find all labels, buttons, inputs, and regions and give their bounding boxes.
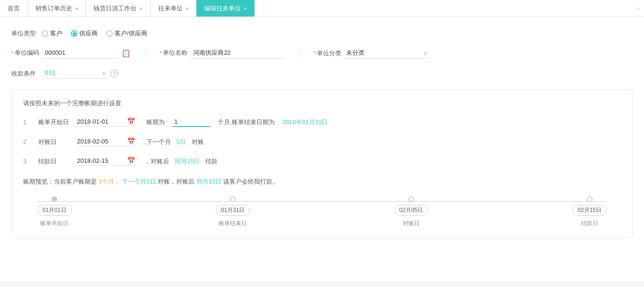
row-1-num: 1 bbox=[23, 118, 33, 126]
tl-badge-4: 02月15日 bbox=[572, 205, 607, 216]
preview-part3: 对账，对账后 bbox=[158, 178, 195, 185]
payment-cond-row: 收款条件 月结 ∨ ? bbox=[11, 68, 633, 79]
tab-home-label: 首页 bbox=[8, 4, 20, 13]
row-2-date-wrap: 📅 bbox=[77, 137, 135, 146]
page-content: 单位类型 客户 供应商 客户/供应商 * 单位编码 📋 bbox=[0, 17, 644, 281]
tl-dot-2 bbox=[230, 196, 236, 202]
tab-sales-history-close[interactable]: × bbox=[75, 6, 78, 11]
tab-sales-history[interactable]: 销售订单历史 × bbox=[28, 0, 86, 17]
row-2-suffix-num: 5日 bbox=[177, 138, 186, 146]
timeline-dots: 01月01日 账单开始日 01月31日 账单结束日 02月05日 对账日 bbox=[37, 196, 607, 228]
tab-home[interactable]: 首页 bbox=[0, 0, 28, 17]
row-2-calendar-icon[interactable]: 📅 bbox=[127, 137, 135, 145]
radio-customer-circle bbox=[42, 30, 48, 37]
row-3-date-input[interactable] bbox=[77, 157, 124, 164]
tl-dot-1 bbox=[51, 196, 57, 202]
row-1-date-wrap: 📅 bbox=[77, 118, 135, 127]
unit-name-input[interactable] bbox=[190, 47, 285, 59]
tab-partner[interactable]: 往来单位 × bbox=[151, 0, 196, 17]
row-3-calendar-icon[interactable]: 📅 bbox=[127, 157, 135, 164]
payment-cond-label: 收款条件 bbox=[11, 69, 36, 78]
row-2-suffix-post: 对账 bbox=[192, 138, 204, 146]
tab-cash-work-label: 钱货日清工作台 bbox=[93, 4, 136, 13]
tl-point-2: 01月31日 账单结束日 bbox=[216, 196, 250, 228]
unit-code-input[interactable] bbox=[42, 47, 118, 59]
fields-row: * 单位编码 📋 * 单位名称 * 单位分类 未分类 ∨ bbox=[11, 47, 633, 59]
preview-part5: 该客户会给我打款。 bbox=[223, 178, 279, 185]
tl-dot-3 bbox=[408, 196, 414, 202]
field-divider-1 bbox=[145, 50, 145, 59]
section-title: 请按照未来的一个完整帐期进行设置 bbox=[23, 99, 621, 108]
tab-cash-work[interactable]: 钱货日清工作台 × bbox=[86, 0, 150, 17]
timeline-container: 01月01日 账单开始日 01月31日 账单结束日 02月05日 对账日 bbox=[23, 196, 621, 228]
row-2-num: 2 bbox=[23, 138, 33, 145]
field-divider-2 bbox=[299, 50, 299, 59]
chevron-down-icon: ∨ bbox=[424, 50, 427, 56]
preview-part2: 下一个月5日 bbox=[122, 178, 156, 185]
row-1-end-date: 2018年01月31日 bbox=[282, 118, 328, 127]
radio-group: 客户 供应商 客户/供应商 bbox=[42, 29, 147, 38]
preview-label: 账期预览：当前客户账期是 bbox=[23, 178, 97, 185]
row-1-calendar-icon[interactable]: 📅 bbox=[127, 118, 135, 125]
grid-row-3: 3 结款日 📅 ，对账后 同月15日 结款 bbox=[23, 157, 621, 166]
unit-code-star: * bbox=[11, 50, 14, 57]
tl-dot-4 bbox=[587, 196, 593, 202]
tab-partner-label: 往来单位 bbox=[158, 4, 183, 13]
tl-point-3: 02月05日 对账日 bbox=[394, 196, 429, 228]
question-icon[interactable]: ? bbox=[110, 70, 118, 77]
row-1-date-input[interactable] bbox=[77, 118, 124, 125]
tl-sublabel-1: 账单开始日 bbox=[40, 219, 68, 228]
payment-cond-select[interactable]: 月结 ∨ bbox=[42, 68, 108, 79]
radio-customer-label: 客户 bbox=[50, 29, 62, 38]
tab-edit-partner[interactable]: 编辑往来单位 × bbox=[196, 0, 254, 17]
tabs-bar: 首页 销售订单历史 × 钱货日清工作台 × 往来单位 × 编辑往来单位 × › bbox=[0, 0, 644, 17]
paste-icon[interactable]: 📋 bbox=[121, 49, 131, 58]
unit-category-select[interactable]: 未分类 ∨ bbox=[344, 48, 429, 59]
unit-type-label: 单位类型 bbox=[11, 29, 36, 38]
tab-partner-close[interactable]: × bbox=[186, 6, 188, 11]
row-2-label: 对账日 bbox=[38, 138, 71, 146]
radio-both[interactable]: 客户/供应商 bbox=[106, 29, 147, 38]
unit-category-star: * bbox=[314, 50, 316, 57]
unit-code-field: * 单位编码 📋 bbox=[11, 47, 131, 59]
row-3-suffix-num: 同月15日 bbox=[175, 157, 200, 166]
unit-category-value: 未分类 bbox=[346, 49, 422, 57]
tab-edit-partner-label: 编辑往来单位 bbox=[204, 4, 241, 13]
tl-badge-1: 01月01日 bbox=[37, 205, 72, 216]
tl-sublabel-3: 对账日 bbox=[403, 219, 420, 228]
tabs-right-arrow[interactable]: › bbox=[633, 0, 644, 17]
radio-both-label: 客户/供应商 bbox=[115, 29, 147, 38]
radio-supplier-label: 供应商 bbox=[79, 29, 98, 38]
radio-customer[interactable]: 客户 bbox=[42, 29, 62, 38]
row-3-suffix-post: 结款 bbox=[205, 157, 218, 166]
tl-badge-3: 02月05日 bbox=[394, 205, 429, 216]
tab-sales-history-label: 销售订单历史 bbox=[35, 4, 72, 13]
row-3-date-wrap: 📅 bbox=[77, 157, 135, 166]
row-3-suffix-pre: ，对账后 bbox=[144, 157, 169, 166]
row-1-period-unit: 个月,账单结束日期为 bbox=[218, 118, 275, 127]
row-2-suffix-pre: ,下一个月 bbox=[144, 138, 171, 146]
row-1-period-input[interactable] bbox=[172, 117, 210, 127]
unit-name-star: * bbox=[160, 50, 162, 57]
tab-cash-work-close[interactable]: × bbox=[139, 6, 142, 11]
section-box: 请按照未来的一个完整帐期进行设置 1 账单开始日 📅 账期为 个月,账单结束日期… bbox=[11, 89, 633, 237]
unit-type-row: 单位类型 客户 供应商 客户/供应商 bbox=[11, 29, 633, 38]
tab-edit-partner-close[interactable]: × bbox=[244, 6, 246, 11]
payment-cond-value: 月结 bbox=[43, 69, 100, 77]
unit-name-field: * 单位名称 bbox=[160, 47, 285, 59]
tl-point-1: 01月01日 账单开始日 bbox=[37, 196, 72, 228]
unit-category-label: 单位分类 bbox=[317, 49, 341, 58]
radio-supplier[interactable]: 供应商 bbox=[71, 29, 98, 38]
row-3-num: 3 bbox=[23, 158, 33, 165]
row-2-date-input[interactable] bbox=[77, 138, 124, 145]
grid-row-1: 1 账单开始日 📅 账期为 个月,账单结束日期为 2018年01月31日 bbox=[23, 117, 621, 127]
preview-text: 账期预览：当前客户账期是 1个月， 下一个月5日 对账，对账后 同月15日 该客… bbox=[23, 176, 621, 187]
preview-part1: 1个月， bbox=[99, 178, 120, 185]
tl-sublabel-4: 结款日 bbox=[581, 219, 598, 228]
unit-name-label: 单位名称 bbox=[163, 49, 187, 57]
radio-supplier-circle bbox=[71, 30, 77, 37]
tl-sublabel-2: 账单结束日 bbox=[219, 219, 247, 228]
unit-code-label: 单位编码 bbox=[15, 49, 39, 57]
preview-part4: 同月15日 bbox=[196, 178, 221, 185]
row-3-label: 结款日 bbox=[38, 157, 71, 166]
